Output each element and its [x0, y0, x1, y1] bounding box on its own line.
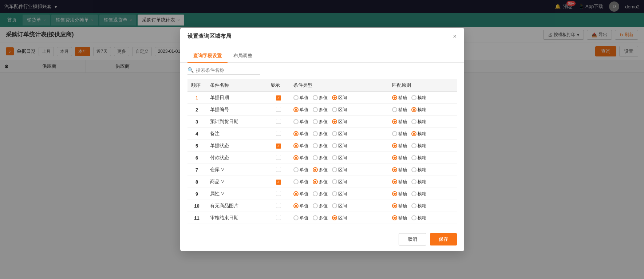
modal-header: 设置查询区域布局 ×: [180, 28, 464, 45]
modal-tab-layout-adjust[interactable]: 布局调整: [228, 50, 258, 63]
settings-modal: 设置查询区域布局 × 查询字段设置 布局调整 🔍 顺序: [180, 28, 464, 73]
modal-overlay: 设置查询区域布局 × 查询字段设置 布局调整 🔍 顺序: [0, 0, 644, 73]
search-wrapper: 🔍: [187, 67, 260, 73]
search-input[interactable]: [196, 67, 254, 73]
modal-search-area: 🔍: [180, 63, 464, 73]
modal-tabs: 查询字段设置 布局调整: [180, 45, 464, 63]
search-icon: 🔍: [187, 67, 194, 73]
modal-close-button[interactable]: ×: [453, 33, 457, 40]
modal-tab-query-fields[interactable]: 查询字段设置: [187, 50, 228, 63]
modal-title: 设置查询区域布局: [187, 33, 231, 40]
